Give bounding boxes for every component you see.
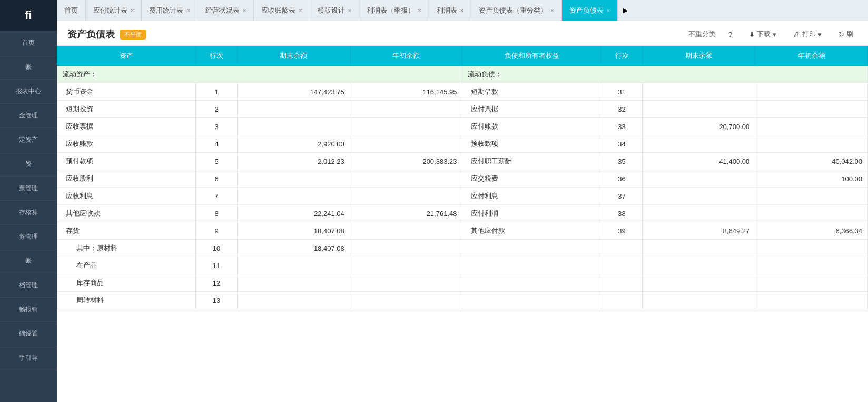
table-row: 短期投资 2 应付票据 32 (57, 101, 868, 118)
cell-rownum2: 33 (601, 118, 643, 135)
sidebar-item-stock-calc[interactable]: 存核算 (0, 201, 57, 225)
cell-rownum2: 39 (601, 222, 643, 240)
sidebar-item-ticket-mgmt[interactable]: 票管理 (0, 177, 57, 201)
header-year-start: 年初余额 (350, 46, 462, 66)
sidebar-item-capital[interactable]: 资 (0, 152, 57, 177)
cell-end-balance2 (643, 135, 755, 153)
cell-end-balance2 (643, 205, 755, 222)
cell-year-start (350, 240, 462, 257)
cell-end-balance (237, 101, 350, 118)
cell-rownum2: 34 (601, 135, 643, 153)
cell-liability: 应付票据 (462, 101, 601, 118)
tab-receivable-aging[interactable]: 应收账龄表 × (254, 0, 310, 21)
cell-asset: 应收利息 (57, 188, 196, 205)
cell-end-balance (237, 292, 350, 309)
cell-rownum2 (601, 257, 643, 274)
refresh-button[interactable]: ↻ 刷 (834, 27, 857, 41)
tab-close-icon[interactable]: × (131, 7, 134, 14)
tab-close-icon[interactable]: × (348, 7, 351, 14)
cell-asset: 短期投资 (57, 101, 196, 118)
cell-asset: 货币资金 (57, 83, 196, 101)
section-liability-label: 流动负债： (462, 66, 868, 83)
tab-profit[interactable]: 利润表 × (429, 0, 471, 21)
cell-liability: 应付账款 (462, 118, 601, 135)
tab-close-icon[interactable]: × (607, 7, 610, 14)
cell-liability: 预收款项 (462, 135, 601, 153)
table-row: 应收账款 4 2,920.00 预收款项 34 (57, 135, 868, 153)
table-row: 存货 9 18,407.08 其他应付款 39 8,649.27 6,366.3… (57, 222, 868, 240)
unbalanced-badge: 不平衡 (120, 30, 146, 40)
cell-end-balance (237, 170, 350, 188)
sidebar-item-doc-mgmt[interactable]: 档管理 (0, 273, 57, 298)
cell-year-start: 200,383.23 (350, 153, 462, 170)
page-title-area: 资产负债表 不平衡 (67, 28, 146, 41)
tab-template-design[interactable]: 模版设计 × (310, 0, 359, 21)
download-icon: ⬇ (749, 31, 755, 38)
cell-year-start: 21,761.48 (350, 205, 462, 222)
cell-year-start2 (755, 240, 868, 257)
cell-end-balance2 (643, 292, 755, 309)
tab-close-icon[interactable]: × (460, 7, 463, 14)
section-header-row: 流动资产： 流动负债： (57, 66, 868, 83)
cell-liability: 其他应付款 (462, 222, 601, 240)
tab-close-icon[interactable]: × (418, 7, 421, 14)
cell-asset: 预付款项 (57, 153, 196, 170)
cell-asset: 应收账款 (57, 135, 196, 153)
cell-year-start2 (755, 188, 868, 205)
help-button[interactable]: ? (724, 28, 736, 41)
sidebar-item-fixed-assets[interactable]: 定资产 (0, 128, 57, 152)
tab-expense-stats[interactable]: 费用统计表 × (142, 0, 198, 21)
tab-close-icon[interactable]: × (186, 7, 190, 14)
cell-rownum: 13 (196, 292, 238, 309)
content-area: 资产负债表 不平衡 不重分类 ? ⬇ 下载 ▾ 🖨 打印 ▾ ↻ 刷 (57, 21, 868, 402)
cell-year-start2 (755, 101, 868, 118)
tab-balance-sheet[interactable]: 资产负债表 × (562, 0, 618, 21)
cell-year-start2: 100.00 (755, 170, 868, 188)
sidebar-item-basic-settings[interactable]: 础设置 (0, 322, 57, 346)
tab-balance-reclassified[interactable]: 资产负债表（重分类） × (471, 0, 561, 21)
tab-close-icon[interactable]: × (243, 7, 246, 14)
page-actions: 不重分类 ? ⬇ 下载 ▾ 🖨 打印 ▾ ↻ 刷 (688, 27, 857, 41)
cell-rownum: 3 (196, 118, 238, 135)
cell-year-start (350, 222, 462, 240)
sidebar-item-report-center[interactable]: 报表中心 (0, 80, 57, 104)
tab-label: 应付统计表 (93, 6, 127, 15)
tab-home[interactable]: 首页 (57, 0, 86, 21)
cell-rownum: 2 (196, 101, 238, 118)
tab-close-icon[interactable]: × (550, 7, 554, 14)
refresh-icon: ↻ (839, 31, 844, 38)
sidebar-item-home[interactable]: 首页 (0, 31, 57, 55)
cell-rownum: 5 (196, 153, 238, 170)
cell-asset: 周转材料 (57, 292, 196, 309)
header-liability: 负债和所有者权益 (462, 46, 601, 66)
tab-business-status[interactable]: 经营状况表 × (198, 0, 254, 21)
tab-label: 资产负债表 (569, 6, 604, 15)
cell-end-balance: 22,241.04 (237, 205, 350, 222)
cell-rownum2: 32 (601, 101, 643, 118)
sidebar-item-account[interactable]: 账 (0, 55, 57, 80)
tab-payable-stats[interactable]: 应付统计表 × (86, 0, 142, 21)
section-asset-label: 流动资产： (57, 66, 462, 83)
cell-year-start2 (755, 274, 868, 292)
cell-liability: 应付职工薪酬 (462, 153, 601, 170)
cell-rownum: 10 (196, 240, 238, 257)
cell-asset: 应收票据 (57, 118, 196, 135)
sidebar-item-ledger[interactable]: 账 (0, 249, 57, 273)
download-button[interactable]: ⬇ 下载 ▾ (745, 27, 781, 41)
sidebar-item-tax-mgmt[interactable]: 务管理 (0, 225, 57, 249)
sidebar-logo: fi (0, 0, 57, 31)
header-year-start2: 年初余额 (755, 46, 868, 66)
cell-year-start (350, 101, 462, 118)
cell-rownum2: 36 (601, 170, 643, 188)
print-button[interactable]: 🖨 打印 ▾ (789, 27, 826, 41)
download-chevron-icon: ▾ (773, 31, 776, 38)
tab-profit-quarterly[interactable]: 利润表（季报） × (359, 0, 429, 21)
tab-close-icon[interactable]: × (299, 7, 302, 14)
sidebar-item-expense[interactable]: 畅报销 (0, 298, 57, 322)
cell-end-balance2 (643, 101, 755, 118)
page-title: 资产负债表 (67, 28, 115, 41)
tab-bar: 首页 应付统计表 × 费用统计表 × 经营状况表 × 应收账龄表 × 模版设计 … (57, 0, 868, 21)
sidebar-item-fund-mgmt[interactable]: 金管理 (0, 104, 57, 128)
sidebar-item-guide[interactable]: 手引导 (0, 346, 57, 370)
tab-nav-more[interactable]: ▶ (618, 0, 632, 21)
